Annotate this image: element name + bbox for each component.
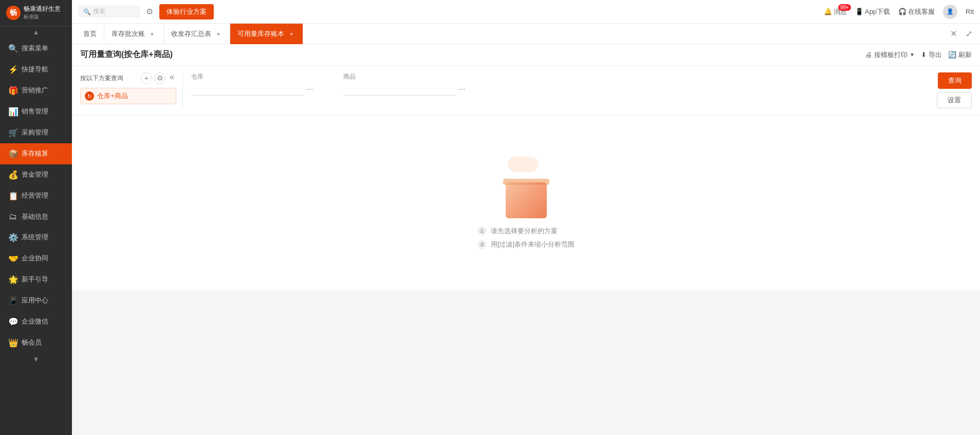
print-label: 按模板打印 [874, 50, 908, 60]
tab-available-ledger[interactable]: 可用量库存账本 × [230, 24, 303, 44]
sidebar-item-search[interactable]: 🔍 搜索菜单 [0, 38, 72, 59]
sidebar-item-purchase[interactable]: 🛒 采购管理 [0, 122, 72, 143]
headset-icon: 🎧 [898, 8, 907, 15]
goods-field: 商品 ··· [343, 72, 487, 96]
sidebar-item-label: 库存核算 [22, 149, 48, 158]
sidebar-item-label: 畅会员 [22, 338, 42, 347]
app-download-btn[interactable]: 📱 App下载 [855, 7, 890, 16]
hint-text-2: 用[过滤]条件来缩小分析范围 [491, 240, 575, 249]
print-btn[interactable]: 🖨 按模板打印 ▼ [865, 50, 915, 60]
page-content: 可用量查询(按仓库+商品) 🖨 按模板打印 ▼ ⬇ 导出 🔄 刷新 [72, 44, 980, 435]
query-area: 按以下方案查询 + ⚙ « ↻ 仓库+商品 仓库 [72, 66, 980, 115]
empty-hints: ① 请先选择要分析的方案 ② 用[过滤]条件来缩小分析范围 [477, 226, 575, 249]
goods-input-wrap: ··· [343, 83, 487, 96]
refresh-label: 刷新 [958, 50, 972, 60]
query-schema-panel: 按以下方案查询 + ⚙ « ↻ 仓库+商品 [80, 72, 183, 108]
tab-home[interactable]: 首页 [76, 24, 104, 44]
notice-btn[interactable]: 🔔 消息 99+ [824, 7, 847, 16]
sidebar-item-label: 快捷导航 [22, 65, 48, 74]
tab-available-ledger-close[interactable]: × [287, 30, 295, 38]
export-label: 导出 [929, 50, 942, 60]
tab-recv-summary[interactable]: 收发存汇总表 × [164, 24, 230, 44]
tab-available-ledger-label: 可用量库存账本 [237, 29, 284, 39]
hint-text-1: 请先选择要分析的方案 [491, 226, 558, 236]
goods-more-btn[interactable]: ··· [458, 85, 465, 94]
tab-recv-summary-close[interactable]: × [214, 30, 223, 38]
sidebar-item-sales[interactable]: 📊 销售管理 [0, 101, 72, 122]
hint-num-2: ② [477, 240, 487, 249]
warehouse-input[interactable] [191, 83, 304, 96]
sidebar-scroll-up[interactable]: ▲ [0, 26, 72, 38]
sidebar-item-member[interactable]: 👑 畅会员 [0, 332, 72, 353]
sidebar-item-operation[interactable]: 📋 经营管理 [0, 185, 72, 206]
sidebar-item-label: 企业协同 [22, 254, 48, 263]
app-name: 畅康通好生意 [24, 5, 61, 13]
settings-schema-btn[interactable]: ⚙ [154, 72, 165, 84]
warehouse-field: 仓库 ··· [191, 72, 335, 96]
refresh-btn[interactable]: 🔄 刷新 [948, 50, 972, 60]
tab-batch-account-label: 库存批次账 [112, 29, 145, 39]
sidebar-item-finance[interactable]: 💰 资金管理 [0, 164, 72, 185]
service-btn[interactable]: 🎧 在线客服 [898, 7, 935, 16]
sidebar: 畅 畅康通好生意 标准版 ▲ 🔍 搜索菜单 ⚡ 快捷导航 🎁 营销推广 📊 销售… [0, 0, 72, 435]
operation-icon: 📋 [8, 191, 17, 201]
topbar-right: 🔔 消息 99+ 📱 App下载 🎧 在线客服 👤 Rit [824, 5, 974, 19]
warehouse-input-wrap: ··· [191, 83, 335, 96]
page-title: 可用量查询(按仓库+商品) [80, 49, 173, 60]
main-content: 🔍 搜索 ⚙ 体验行业方案 🔔 消息 99+ 📱 App下载 🎧 在线客服 👤 [72, 0, 980, 435]
tab-batch-account[interactable]: 库存批次账 × [104, 24, 164, 44]
query-settings-btn[interactable]: 设置 [937, 92, 972, 108]
sidebar-item-system[interactable]: ⚙️ 系统管理 [0, 227, 72, 248]
app-label: App下载 [865, 7, 890, 16]
search-placeholder: 搜索 [93, 7, 105, 16]
username[interactable]: Rit [966, 8, 974, 15]
sidebar-item-basic-info[interactable]: 🗂 基础信息 [0, 206, 72, 227]
goods-label: 商品 [343, 72, 487, 81]
hint-num-1: ① [477, 226, 487, 236]
search-icon: 🔍 [8, 44, 17, 53]
sidebar-item-enterprise[interactable]: 🤝 企业协同 [0, 248, 72, 269]
sidebar-item-app-center[interactable]: 📱 应用中心 [0, 290, 72, 311]
settings-icon[interactable]: ⚙ [144, 5, 155, 18]
tab-expand-btn[interactable]: ⤢ [961, 27, 976, 41]
query-btn[interactable]: 查询 [938, 72, 972, 89]
finance-icon: 💰 [8, 170, 17, 180]
add-schema-btn[interactable]: + [141, 72, 152, 84]
query-schema-icons: + ⚙ « [141, 72, 176, 84]
sidebar-item-label: 基础信息 [22, 212, 48, 221]
service-label: 在线客服 [908, 7, 935, 16]
sidebar-scroll-down[interactable]: ▼ [0, 353, 72, 365]
sidebar-logo: 畅 畅康通好生意 标准版 [0, 0, 72, 26]
empty-illustration [495, 157, 557, 218]
sidebar-item-wechat[interactable]: 💬 企业微信 [0, 311, 72, 332]
query-actions: 查询 设置 [933, 72, 972, 108]
sidebar-item-inventory[interactable]: 📦 库存核算 [0, 143, 72, 164]
newbie-icon: 🌟 [8, 275, 17, 285]
tab-recv-summary-label: 收发存汇总表 [171, 29, 211, 39]
filter-row: 仓库 ··· 商品 ··· [191, 72, 924, 108]
sidebar-item-newbie[interactable]: 🌟 新手引导 [0, 269, 72, 290]
sidebar-item-marketing[interactable]: 🎁 营销推广 [0, 80, 72, 101]
topbar-search-box[interactable]: 🔍 搜索 [78, 5, 140, 18]
quick-nav-icon: ⚡ [8, 65, 17, 74]
industry-btn[interactable]: 体验行业方案 [159, 4, 214, 20]
sidebar-item-label: 资金管理 [22, 170, 48, 179]
export-btn[interactable]: ⬇ 导出 [921, 50, 942, 60]
member-icon: 👑 [8, 338, 17, 348]
sidebar-item-quick-nav[interactable]: ⚡ 快捷导航 [0, 59, 72, 80]
tab-close-btn[interactable]: ✕ [946, 27, 960, 41]
inventory-icon: 📦 [8, 149, 17, 159]
collapse-btn[interactable]: « [168, 72, 176, 84]
schema-item-warehouse-goods[interactable]: ↻ 仓库+商品 [80, 88, 176, 104]
export-icon: ⬇ [921, 51, 927, 59]
sidebar-item-label: 系统管理 [22, 233, 48, 242]
warehouse-more-btn[interactable]: ··· [306, 85, 313, 94]
avatar[interactable]: 👤 [943, 5, 957, 19]
sidebar-item-label: 搜索菜单 [22, 44, 48, 53]
refresh-icon: 🔄 [948, 51, 956, 59]
app-edition: 标准版 [24, 13, 61, 21]
sidebar-item-label: 营销推广 [22, 86, 48, 95]
goods-input[interactable] [343, 83, 456, 96]
tab-batch-account-close[interactable]: × [148, 30, 156, 38]
enterprise-icon: 🤝 [8, 254, 17, 263]
